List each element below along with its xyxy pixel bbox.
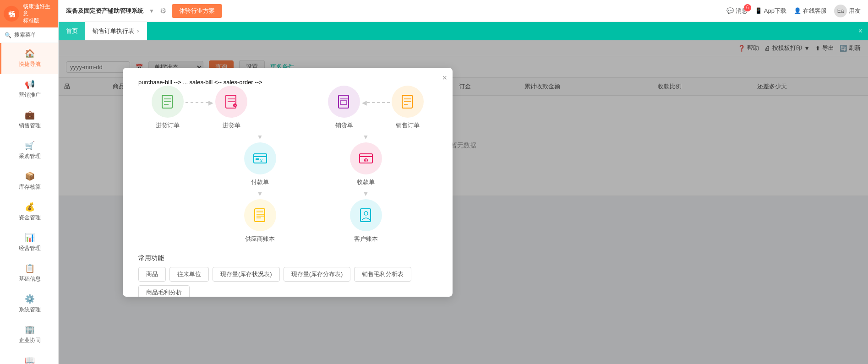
message-btn[interactable]: 💬 消息 6: [726, 7, 748, 15]
service-icon: 👤: [794, 7, 801, 14]
cf-btn-inventory-status[interactable]: 现存量(库存状况表): [213, 267, 280, 282]
sales-bill-icon: [328, 86, 360, 118]
cf-btn-product[interactable]: 商品: [138, 267, 166, 282]
payment-bill-icon: ¥: [244, 142, 276, 174]
tab-home[interactable]: 首页: [59, 22, 85, 40]
sidebar-item-operations[interactable]: 📊 经营管理: [0, 227, 58, 258]
payment-bill-node: ¥ 付款单: [244, 142, 276, 186]
svg-rect-27: [257, 211, 263, 212]
svg-text:¥: ¥: [260, 158, 263, 163]
enterprise-icon: 🏢: [25, 325, 35, 335]
svg-point-32: [364, 212, 368, 215]
svg-text:✓: ✓: [234, 103, 237, 108]
common-functions: 常用功能 商品 往来单位 现存量(库存状况表) 现存量(库存分布表) 销售毛利分…: [138, 254, 437, 297]
operations-icon: 📊: [25, 233, 35, 243]
topbar-actions: 💬 消息 6 📱 App下载 👤 在线客服 Ea 用友: [726, 5, 861, 17]
avatar: Ea: [834, 5, 847, 17]
tab-sales-order[interactable]: 销售订单执行表 ×: [85, 22, 147, 40]
customer-ledger-node: 客户账本: [350, 199, 382, 243]
flow-modal: × purchase-bill --> ... sales-bill <-- s…: [123, 68, 453, 297]
receipt-bill-node: $ 收款单: [350, 142, 382, 186]
purchase-icon: 🛒: [25, 141, 35, 151]
svg-rect-20: [256, 158, 259, 160]
cf-btn-product-gross-analysis[interactable]: 商品毛利分析: [138, 285, 190, 297]
sidebar-item-finance[interactable]: 💰 资金管理: [0, 196, 58, 227]
sidebar: 畅 畅康通好生意 标准版 🔍 搜索菜单 🏠 快捷导航 📢 营销推广 💼 销售管理: [0, 0, 59, 364]
content-area: ❓ 帮助 🖨 按模板打印 ▼ ⬆ 导出 🔄 刷新: [59, 40, 868, 364]
receipt-bill-icon: $: [350, 142, 382, 174]
supplier-ledger-node: 供应商账本: [244, 199, 276, 243]
newbie-icon: 📖: [25, 355, 35, 364]
user-menu[interactable]: Ea 用友: [834, 5, 861, 17]
sidebar-item-basic-info[interactable]: 📋 基础信息: [0, 258, 58, 288]
svg-text:$: $: [365, 158, 367, 163]
marketing-icon: 📢: [25, 79, 35, 89]
finance-icon: 💰: [25, 202, 35, 212]
purchase-order-icon: [152, 86, 184, 118]
cf-title: 常用功能: [138, 254, 437, 262]
message-icon: 💬: [726, 7, 734, 14]
supplier-ledger-icon: [244, 199, 276, 231]
modal-overlay: × purchase-bill --> ... sales-bill <-- s…: [59, 40, 868, 364]
svg-rect-13: [340, 101, 347, 104]
purchase-bill-node: ✓ 进货单: [215, 86, 247, 130]
sidebar-logo: 畅 畅康通好生意 标准版: [0, 0, 58, 27]
purchase-order-node: 进货订单: [152, 86, 184, 130]
sidebar-item-inventory[interactable]: 📦 库存核算: [0, 166, 58, 196]
sidebar-item-quick-nav[interactable]: 🏠 快捷导航: [0, 43, 58, 74]
customer-ledger-icon: [350, 199, 382, 231]
cf-btn-sales-gross-analysis[interactable]: 销售毛利分析表: [354, 267, 411, 282]
online-service-btn[interactable]: 👤 在线客服: [794, 7, 827, 15]
tab-bar-close-icon[interactable]: ×: [858, 27, 863, 35]
main-area: 装备及固定资产辅助管理系统 ▼ ⚙ 体验行业方案 💬 消息 6 📱 App下载 …: [59, 0, 868, 364]
sidebar-item-enterprise[interactable]: 🏢 企业协同: [0, 319, 58, 350]
tabbar: 首页 销售订单执行表 × ×: [59, 22, 868, 40]
experience-btn[interactable]: 体验行业方案: [172, 4, 222, 18]
sidebar-item-marketing[interactable]: 📢 营销推广: [0, 74, 58, 104]
svg-text:畅: 畅: [8, 10, 15, 18]
cf-btn-counterparty[interactable]: 往来单位: [169, 267, 209, 282]
sidebar-item-sales[interactable]: 💼 销售管理: [0, 104, 58, 135]
sidebar-item-newbie[interactable]: 📖 新手引导: [0, 350, 58, 364]
system-title: 装备及固定资产辅助管理系统: [66, 7, 143, 15]
modal-close-btn[interactable]: ×: [442, 73, 447, 83]
sidebar-item-system[interactable]: ⚙️ 系统管理: [0, 288, 58, 319]
cf-buttons: 商品 往来单位 现存量(库存状况表) 现存量(库存分布表) 销售毛利分析表 商品…: [138, 267, 437, 297]
logo-text: 畅康通好生意 标准版: [23, 3, 55, 25]
system-icon: ⚙️: [25, 294, 35, 304]
download-icon: 📱: [755, 7, 762, 14]
quick-nav-icon: 🏠: [25, 49, 35, 59]
sales-order-node: 销售订单: [392, 86, 424, 130]
message-badge: 6: [744, 4, 751, 11]
sidebar-nav: 🏠 快捷导航 📢 营销推广 💼 销售管理 🛒 采购管理 📦 库存核算 💰: [0, 43, 58, 364]
cf-btn-inventory-dist[interactable]: 现存量(库存分布表): [284, 267, 351, 282]
inventory-icon: 📦: [25, 171, 35, 181]
basic-info-icon: 📋: [25, 263, 35, 273]
sales-icon: 💼: [25, 110, 35, 120]
sales-bill-node: 销货单: [328, 86, 360, 130]
search-icon: 🔍: [5, 32, 11, 38]
dropdown-arrow[interactable]: ▼: [149, 8, 154, 14]
sidebar-item-purchase[interactable]: 🛒 采购管理: [0, 135, 58, 166]
topbar: 装备及固定资产辅助管理系统 ▼ ⚙ 体验行业方案 💬 消息 6 📱 App下载 …: [59, 0, 868, 22]
sales-order-icon: [392, 86, 424, 118]
app-download-btn[interactable]: 📱 App下载: [755, 7, 786, 15]
sidebar-search[interactable]: 🔍 搜索菜单: [0, 27, 58, 43]
tab-close-icon[interactable]: ×: [137, 29, 140, 34]
logo-icon: 畅: [4, 5, 19, 22]
settings-icon[interactable]: ⚙: [160, 6, 166, 15]
purchase-bill-icon: ✓: [215, 86, 247, 118]
